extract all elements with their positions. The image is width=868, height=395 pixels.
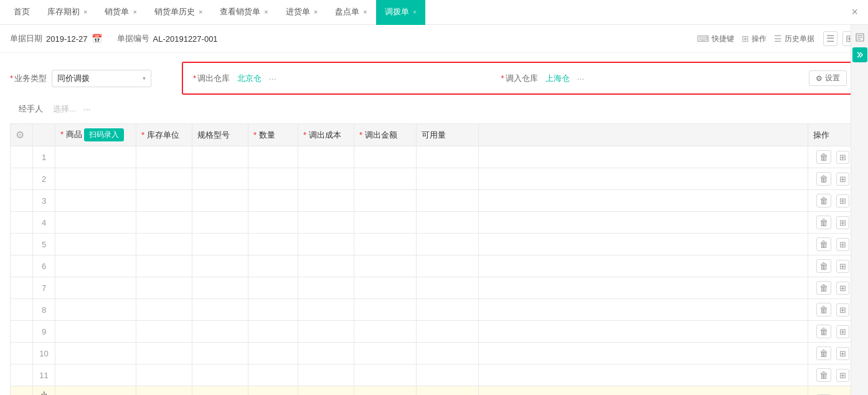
row-product[interactable] — [55, 299, 136, 321]
row-product[interactable] — [55, 234, 136, 255]
row-cost[interactable] — [298, 343, 354, 364]
row-avail — [417, 212, 479, 234]
handler-placeholder[interactable]: 选择... — [53, 103, 76, 115]
window-close-btn[interactable]: × — [846, 6, 863, 19]
transfer-in-label: *调入仓库 — [501, 73, 538, 84]
chevron-down-icon: ▾ — [143, 75, 146, 82]
row-spec — [192, 168, 248, 190]
row-cost[interactable] — [298, 277, 354, 299]
row-qty[interactable] — [248, 190, 298, 212]
row-delete-btn[interactable]: 🗑 — [816, 368, 831, 382]
sidebar-expand-btn[interactable] — [852, 47, 867, 62]
row-qty[interactable] — [248, 212, 298, 234]
tab-close-purchase-order[interactable]: × — [314, 8, 318, 16]
row-cost[interactable] — [298, 146, 354, 168]
row-cost[interactable] — [298, 364, 354, 386]
business-type-select[interactable]: 同价调拨 ▾ — [52, 70, 151, 87]
tab-close-transfer[interactable]: × — [413, 8, 417, 16]
transfer-in-more-icon[interactable]: ··· — [577, 74, 585, 83]
row-product[interactable] — [55, 146, 136, 168]
row-delete-btn[interactable]: 🗑 — [816, 216, 831, 229]
row-cost[interactable] — [298, 255, 354, 277]
row-empty — [479, 212, 808, 234]
row-qty[interactable] — [248, 168, 298, 190]
row-copy-btn[interactable]: ⊞ — [836, 238, 849, 251]
row-cost[interactable] — [298, 212, 354, 234]
row-copy-btn[interactable]: ⊞ — [836, 325, 849, 338]
tab-transfer[interactable]: 调拨单 × — [376, 0, 425, 25]
list-view-btn[interactable]: ☰ — [823, 31, 837, 46]
row-copy-btn[interactable]: ⊞ — [836, 303, 849, 316]
row-product[interactable] — [55, 364, 136, 386]
transfer-out-more-icon[interactable]: ··· — [269, 74, 276, 83]
row-delete-btn[interactable]: 🗑 — [816, 150, 831, 164]
row-product[interactable] — [55, 255, 136, 277]
tab-stocktake[interactable]: 盘点单 × — [326, 0, 375, 25]
row-cost[interactable] — [298, 168, 354, 190]
row-unit — [136, 277, 192, 299]
tab-close-view-sales[interactable]: × — [264, 8, 268, 16]
row-cost[interactable] — [298, 190, 354, 212]
row-copy-btn[interactable]: ⊞ — [836, 260, 849, 273]
row-product[interactable] — [55, 343, 136, 364]
row-qty[interactable] — [248, 234, 298, 255]
transfer-in-value[interactable]: 上海仓 — [545, 73, 570, 84]
tab-close-inventory-init[interactable]: × — [83, 8, 87, 16]
tab-close-sales-history[interactable]: × — [199, 8, 202, 16]
row-qty[interactable] — [248, 299, 298, 321]
row-product[interactable] — [55, 277, 136, 299]
tab-purchase-order[interactable]: 进货单 × — [277, 0, 326, 25]
row-qty[interactable] — [248, 343, 298, 364]
row-empty — [479, 146, 808, 168]
tab-sales-order[interactable]: 销货单 × — [96, 0, 145, 25]
calendar-icon[interactable]: 📅 — [92, 34, 102, 44]
row-product[interactable] — [55, 212, 136, 234]
tab-close-stocktake[interactable]: × — [363, 8, 367, 16]
scan-input-btn[interactable]: 扫码录入 — [84, 128, 124, 141]
business-type-group: *业务类型 同价调拨 ▾ — [10, 70, 172, 87]
row-copy-btn[interactable]: ⊞ — [836, 347, 849, 360]
row-delete-btn[interactable]: 🗑 — [816, 237, 831, 251]
tab-sales-history[interactable]: 销货单历史 × — [146, 0, 211, 25]
row-product[interactable] — [55, 321, 136, 343]
row-delete-btn[interactable]: 🗑 — [816, 303, 831, 316]
row-delete-btn[interactable]: 🗑 — [816, 194, 831, 207]
row-cost[interactable] — [298, 299, 354, 321]
row-copy-btn[interactable]: ⊞ — [836, 216, 849, 229]
row-delete-btn[interactable]: 🗑 — [816, 172, 831, 186]
row-qty[interactable] — [248, 277, 298, 299]
row-cost[interactable] — [298, 234, 354, 255]
row-qty[interactable] — [248, 146, 298, 168]
th-settings: ⚙ — [11, 124, 33, 146]
row-amount — [354, 190, 417, 212]
row-delete-btn[interactable]: 🗑 — [816, 259, 831, 273]
transfer-out-value[interactable]: 北京仓 — [237, 73, 262, 84]
row-copy-btn[interactable]: ⊞ — [836, 173, 849, 186]
row-cost[interactable] — [298, 321, 354, 343]
row-qty[interactable] — [248, 255, 298, 277]
row-delete-btn[interactable]: 🗑 — [816, 281, 831, 295]
tab-home[interactable]: 首页 — [5, 0, 39, 25]
tab-close-sales-order[interactable]: × — [133, 8, 136, 16]
handler-more-icon[interactable]: ··· — [83, 104, 91, 114]
date-value[interactable]: 2019-12-27 — [46, 34, 88, 44]
row-product[interactable] — [55, 168, 136, 190]
toolbar-right: ⌨ 快捷键 ⊞ 操作 ☰ 历史单据 ☰ ⊞ — [697, 31, 858, 46]
row-copy-btn[interactable]: ⊞ — [836, 369, 849, 382]
row-delete-btn[interactable]: 🗑 — [816, 325, 831, 338]
row-qty[interactable] — [248, 321, 298, 343]
history-btn[interactable]: ☰ 历史单据 — [774, 34, 814, 44]
row-delete-btn[interactable]: 🗑 — [816, 346, 831, 360]
warehouse-settings-btn[interactable]: ⚙ 设置 — [809, 70, 847, 86]
row-qty[interactable] — [248, 364, 298, 386]
operations-btn[interactable]: ⊞ 操作 — [742, 34, 767, 44]
row-copy-btn[interactable]: ⊞ — [836, 194, 849, 207]
shortcuts-btn[interactable]: ⌨ 快捷键 — [697, 34, 734, 44]
row-copy-btn[interactable]: ⊞ — [836, 151, 849, 164]
sidebar-notes-btn[interactable] — [852, 30, 867, 45]
row-product[interactable] — [55, 190, 136, 212]
column-settings-btn[interactable]: ⚙ — [16, 129, 24, 141]
tab-view-sales[interactable]: 查看销货单 × — [211, 0, 276, 25]
tab-inventory-init[interactable]: 库存期初 × — [39, 0, 96, 25]
row-copy-btn[interactable]: ⊞ — [836, 282, 849, 295]
